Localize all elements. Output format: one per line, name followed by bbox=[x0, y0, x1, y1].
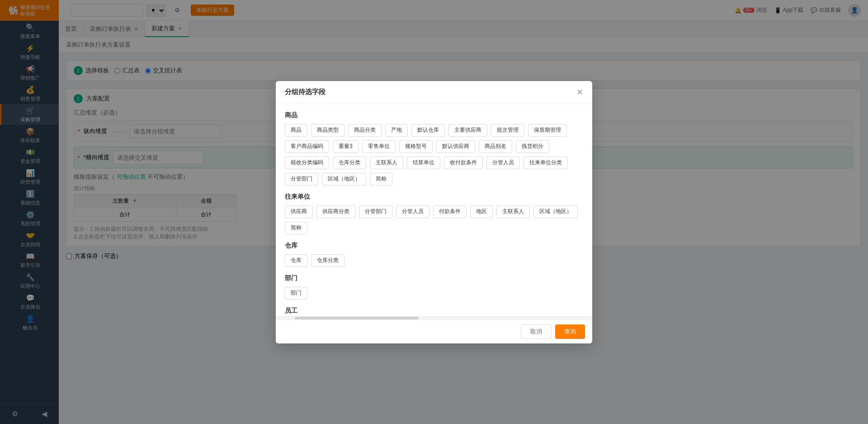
section-title-partner: 往来单位 bbox=[285, 193, 583, 201]
modal-confirm-button[interactable]: 查询 bbox=[555, 324, 585, 339]
field-tag[interactable]: 商品别名 bbox=[479, 140, 512, 153]
field-section-product: 商品 商品商品类型商品分类产地默认仓库主要供应商批次管理保质期管理客户商品编码重… bbox=[285, 111, 583, 186]
field-tag[interactable]: 区域（地区） bbox=[533, 205, 578, 218]
modal-close-button[interactable]: ✕ bbox=[576, 87, 583, 97]
field-tag[interactable]: 分管人员 bbox=[396, 205, 429, 218]
field-tag[interactable]: 仓库分类 bbox=[333, 157, 366, 169]
field-tag[interactable]: 简称 bbox=[370, 173, 392, 186]
field-tags-warehouse: 仓库仓库分类 bbox=[285, 254, 583, 267]
field-tag[interactable]: 批次管理 bbox=[491, 124, 524, 137]
modal-overlay: 分组待选字段 ✕ 商品 商品商品类型商品分类产地默认仓库主要供应商批次管理保质期… bbox=[0, 0, 868, 424]
field-tags-partner: 供应商供应商分类分管部门分管人员付款条件地区主联系人区域（地区）简称 bbox=[285, 205, 583, 234]
section-title-product: 商品 bbox=[285, 111, 583, 119]
section-title-warehouse: 仓库 bbox=[285, 242, 583, 250]
field-tag[interactable]: 商品分类 bbox=[348, 124, 382, 137]
field-tag[interactable]: 主联系人 bbox=[370, 157, 403, 169]
field-tag[interactable]: 仓库 bbox=[285, 254, 307, 267]
field-tag[interactable]: 默认供应商 bbox=[436, 140, 475, 153]
field-tag[interactable]: 结算单位 bbox=[407, 157, 440, 169]
field-tag[interactable]: 税收分类编码 bbox=[285, 157, 329, 169]
field-tag[interactable]: 客户商品编码 bbox=[285, 140, 329, 153]
modal-scrollbar-area bbox=[276, 316, 592, 319]
field-tag[interactable]: 重量3 bbox=[333, 140, 359, 153]
modal-header: 分组待选字段 ✕ bbox=[276, 81, 592, 104]
field-tag[interactable]: 主要供应商 bbox=[448, 124, 487, 137]
modal: 分组待选字段 ✕ 商品 商品商品类型商品分类产地默认仓库主要供应商批次管理保质期… bbox=[276, 81, 592, 343]
field-tag[interactable]: 商品 bbox=[285, 124, 307, 137]
field-section-staff: 员工 业务员 bbox=[285, 307, 583, 316]
field-tag[interactable]: 仓库分类 bbox=[311, 254, 344, 267]
field-tag[interactable]: 产地 bbox=[385, 124, 408, 137]
field-tag[interactable]: 部门 bbox=[285, 287, 307, 300]
field-tag[interactable]: 地区 bbox=[470, 205, 493, 218]
modal-horizontal-scrollbar[interactable] bbox=[295, 317, 419, 319]
field-tag[interactable]: 保质期管理 bbox=[528, 124, 567, 137]
field-tag[interactable]: 规格型号 bbox=[399, 140, 433, 153]
field-tag[interactable]: 商品类型 bbox=[311, 124, 344, 137]
modal-title: 分组待选字段 bbox=[285, 88, 326, 96]
modal-cancel-button[interactable]: 取消 bbox=[521, 324, 552, 339]
modal-body: 商品 商品商品类型商品分类产地默认仓库主要供应商批次管理保质期管理客户商品编码重… bbox=[276, 104, 592, 316]
field-tag[interactable]: 默认仓库 bbox=[411, 124, 445, 137]
field-tag[interactable]: 分管部门 bbox=[285, 173, 318, 186]
modal-footer: 取消 查询 bbox=[276, 319, 592, 343]
section-title-staff: 员工 bbox=[285, 307, 583, 315]
field-tag[interactable]: 分管部门 bbox=[359, 205, 392, 218]
field-tag[interactable]: 拣货积分 bbox=[516, 140, 549, 153]
field-tag[interactable]: 分管人员 bbox=[486, 157, 520, 169]
section-title-dept: 部门 bbox=[285, 274, 583, 282]
field-tag[interactable]: 供应商分类 bbox=[316, 205, 355, 218]
field-tag[interactable]: 供应商 bbox=[285, 205, 313, 218]
field-tag[interactable]: 往来单位分类 bbox=[524, 157, 568, 169]
field-tags-product: 商品商品类型商品分类产地默认仓库主要供应商批次管理保质期管理客户商品编码重量3零… bbox=[285, 124, 583, 186]
field-section-warehouse: 仓库 仓库仓库分类 bbox=[285, 242, 583, 267]
field-tag[interactable]: 简称 bbox=[285, 222, 307, 234]
field-section-partner: 往来单位 供应商供应商分类分管部门分管人员付款条件地区主联系人区域（地区）简称 bbox=[285, 193, 583, 234]
field-section-dept: 部门 部门 bbox=[285, 274, 583, 300]
field-tag[interactable]: 区域（地区） bbox=[322, 173, 366, 186]
field-tag[interactable]: 收付款条件 bbox=[444, 157, 483, 169]
field-tags-dept: 部门 bbox=[285, 287, 583, 300]
field-tag[interactable]: 零售单位 bbox=[362, 140, 396, 153]
field-tag[interactable]: 主联系人 bbox=[496, 205, 530, 218]
field-tag[interactable]: 付款条件 bbox=[433, 205, 467, 218]
